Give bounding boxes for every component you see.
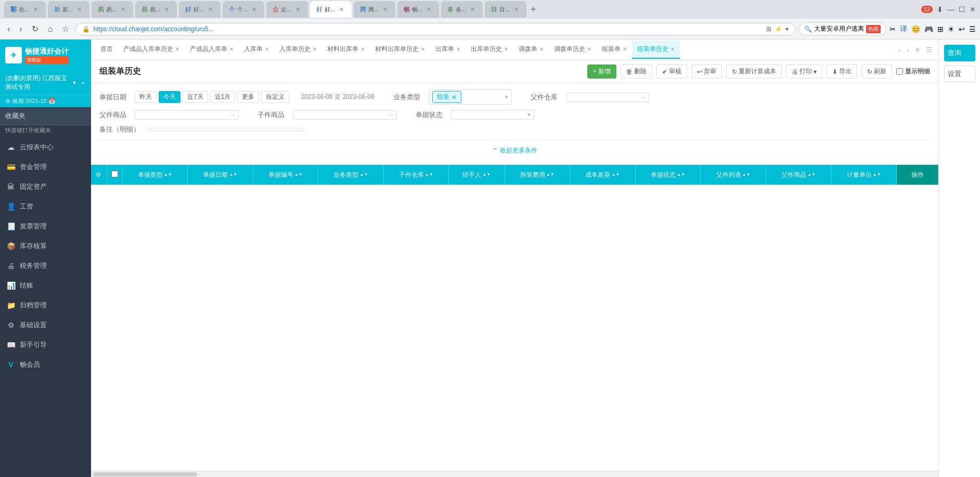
audit-button[interactable]: ✔ 审核 — [656, 65, 687, 79]
sidebar-item-archive[interactable]: 📁 归档管理 — [0, 295, 91, 315]
th-disassemble-fee[interactable]: 拆装费用 ▲▼ — [505, 165, 570, 185]
tab-close-12[interactable]: ✕ — [514, 6, 519, 13]
game-icon[interactable]: 🎮 — [924, 25, 933, 33]
tab-close-1[interactable]: ✕ — [33, 6, 38, 13]
sidebar-item-inventory[interactable]: 📦 库存核算 — [0, 236, 91, 256]
th-bill-status[interactable]: 单据状态 ▲▼ — [635, 165, 701, 185]
tab-product-inbound[interactable]: 产成品入库单 ✕ — [185, 41, 239, 59]
sidebar-item-finance[interactable]: 💳 资金管理 — [0, 157, 91, 177]
parent-warehouse-input[interactable]: ··· — [566, 93, 649, 102]
tab-material-outbound-history[interactable]: 材料出库单历史 ✕ — [370, 41, 430, 59]
tab-product-inbound-history[interactable]: 产成品入库单历史 ✕ — [118, 41, 185, 59]
horizontal-scrollbar[interactable] — [91, 471, 938, 477]
sidebar-item-fixed-assets[interactable]: 🏛 固定资产 — [0, 177, 91, 197]
th-bill-date[interactable]: 单据日期 ▲▼ — [188, 165, 253, 185]
parent-goods-more-icon[interactable]: ··· — [230, 112, 235, 118]
tab-settings-icon[interactable]: ☰ — [924, 45, 934, 55]
th-bill-no[interactable]: 单据编号 ▲▼ — [253, 165, 318, 185]
browser-tab-1[interactable]: 彩 在... ✕ — [4, 1, 46, 18]
sun-icon[interactable]: ☀ — [948, 25, 955, 33]
th-unit[interactable]: 计量单位 ▲▼ — [831, 165, 897, 185]
tab-close-8[interactable]: ✕ — [339, 6, 344, 13]
more-options-icon[interactable]: ··· — [641, 94, 646, 100]
emoji-icon[interactable]: 😊 — [911, 25, 920, 33]
browser-tab-3[interactable]: 易 易... ✕ — [92, 1, 133, 18]
th-checkbox[interactable] — [107, 165, 122, 185]
today-btn[interactable]: 今天 — [159, 91, 180, 103]
browser-tab-5[interactable]: 好 好... ✕ — [179, 1, 221, 18]
last1month-btn[interactable]: 近1月 — [210, 91, 236, 103]
sidebar-bookmark[interactable]: 收藏夹 — [0, 107, 91, 125]
print-dropdown[interactable]: ▾ — [814, 68, 817, 75]
delete-button[interactable]: 🗑 删除 — [621, 65, 652, 79]
settings-button[interactable]: 设置 — [944, 66, 975, 82]
browser-tab-7[interactable]: 企 企... ✕ — [266, 1, 308, 18]
recalculate-button[interactable]: ↻ 重新计算成本 — [726, 65, 782, 79]
reload-button[interactable]: ↻ — [29, 22, 42, 36]
show-detail-checkbox-label[interactable]: 显示明细 — [896, 67, 930, 76]
tab-close-2[interactable]: ✕ — [77, 6, 82, 13]
th-cost-diff[interactable]: 成本差异 ▲▼ — [570, 165, 636, 185]
tab-close-5[interactable]: ✕ — [208, 6, 213, 13]
address-bar[interactable]: 🔒 https://cloud.chanjet.com/accounting/u… — [75, 23, 795, 35]
tab-transfer[interactable]: 调拨单 ✕ — [513, 41, 549, 59]
browser-tab-9[interactable]: 腾 腾... ✕ — [354, 1, 395, 18]
sidebar-item-payroll[interactable]: 👤 工资 — [0, 197, 91, 216]
last7days-btn[interactable]: 近7天 — [183, 91, 208, 103]
add-button[interactable]: + 新增 — [587, 65, 616, 79]
notes-input[interactable] — [148, 128, 304, 131]
sidebar-item-tax[interactable]: 🖨 税务管理 — [0, 256, 91, 276]
tab-outbound[interactable]: 出库单 ✕ — [430, 41, 466, 59]
th-handler[interactable]: 经手人 ▲▼ — [449, 165, 505, 185]
sidebar-item-cloud-report[interactable]: ☁ 云报表中心 — [0, 137, 91, 157]
gear-icon[interactable]: ⚙ — [5, 98, 10, 105]
tab-close-inbound[interactable]: ✕ — [265, 46, 269, 52]
dropdown-icon[interactable]: ▾ — [785, 25, 789, 33]
tab-close-7[interactable]: ✕ — [295, 6, 300, 13]
tab-close-4[interactable]: ✕ — [164, 6, 169, 13]
tab-close-outbound[interactable]: ✕ — [456, 46, 460, 52]
sidebar-company[interactable]: (勿删勿禁用) 江西服宝测试专用 ▾ ＋ — [0, 71, 91, 95]
tab-close-6[interactable]: ✕ — [252, 6, 256, 13]
tab-close-outbound-history[interactable]: ✕ — [504, 46, 508, 52]
sidebar-item-invoice[interactable]: 🧾 发票管理 — [0, 216, 91, 236]
tab-home[interactable]: 首页 — [95, 41, 118, 59]
abandon-button[interactable]: ↩ 弃审 — [691, 65, 722, 79]
query-button[interactable]: 查询 — [944, 45, 975, 61]
th-gear[interactable]: ⚙ — [91, 165, 107, 185]
print-button[interactable]: 🖨 打印 ▾ — [786, 65, 822, 79]
child-goods-input[interactable]: ··· — [293, 110, 397, 120]
th-biz-type[interactable]: 业务类型 ▲▼ — [318, 165, 384, 185]
tab-close-transfer[interactable]: ✕ — [539, 46, 544, 52]
show-detail-checkbox[interactable] — [896, 68, 903, 75]
more-btn[interactable]: 更多 — [237, 91, 259, 103]
tab-inbound[interactable]: 入库单 ✕ — [239, 41, 274, 59]
tab-right-arrow[interactable]: › — [905, 45, 911, 55]
child-goods-more-icon[interactable]: ··· — [389, 112, 393, 118]
tab-close-transfer-history[interactable]: ✕ — [587, 46, 591, 52]
collapse-button[interactable]: ⌃ 收起更多条件 — [489, 143, 540, 158]
tab-transfer-history[interactable]: 调拨单历史 ✕ — [549, 41, 597, 59]
close-window-button[interactable]: ✕ — [970, 5, 976, 14]
tab-close-product-inbound-history[interactable]: ✕ — [175, 46, 179, 52]
th-parent-list[interactable]: 父件列表 ▲▼ — [701, 165, 766, 185]
menu-icon[interactable]: ☰ — [969, 25, 976, 33]
tab-close-current[interactable]: ✕ — [913, 45, 922, 55]
business-type-tag-close[interactable]: ✕ — [452, 94, 457, 101]
status-input[interactable]: ▾ — [451, 110, 534, 120]
refresh-button[interactable]: ↻ 刷新 — [861, 65, 892, 79]
tab-close-9[interactable]: ✕ — [383, 6, 388, 13]
tab-assembly-history[interactable]: 组装单历史 ✕ — [632, 41, 680, 59]
bookmark-button[interactable]: ☆ — [59, 22, 72, 36]
minimize-button[interactable]: — — [947, 5, 955, 14]
tab-outbound-history[interactable]: 出库单历史 ✕ — [466, 41, 513, 59]
maximize-button[interactable]: ☐ — [959, 5, 965, 14]
search-box[interactable]: 🔍 大量安卓用户逃离 热搜 — [798, 22, 886, 35]
calendar-icon[interactable]: 📅 — [48, 98, 56, 105]
tab-close-10[interactable]: ✕ — [427, 6, 431, 13]
select-all-checkbox[interactable] — [111, 171, 118, 177]
sidebar-item-settlement[interactable]: 📊 结账 — [0, 276, 91, 295]
export-button[interactable]: ⬇ 导出 — [827, 65, 857, 79]
tab-close-11[interactable]: ✕ — [470, 6, 475, 13]
browser-tab-11[interactable]: 各 各... ✕ — [441, 1, 483, 18]
